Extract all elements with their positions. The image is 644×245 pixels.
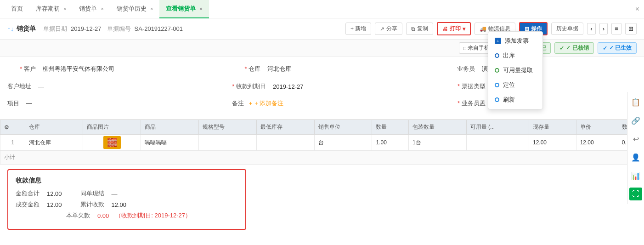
col-min-stock: 最低库存 — [256, 120, 314, 135]
due-date-field: 收款到期日 2019-12-27 — [232, 81, 457, 92]
new-button-label: + 新增 — [350, 25, 366, 33]
row-min-stock — [256, 135, 314, 151]
subtotal-row: 小计 — [0, 151, 644, 165]
add-note-label: + 添加备注 — [254, 99, 283, 108]
share-icon: ↗ — [380, 26, 384, 32]
locate-label: 定位 — [503, 81, 515, 89]
view-grid-button[interactable]: ⊞ — [625, 23, 637, 34]
row-unit: 台 — [314, 135, 372, 151]
total-received-value: 12.00 — [112, 201, 127, 208]
menu-item-add-invoice[interactable]: + 添加发票 — [488, 34, 542, 48]
row-available — [466, 135, 529, 151]
history-button[interactable]: 历史单据 — [551, 23, 583, 35]
nav-prev-button[interactable]: ‹ — [587, 23, 595, 34]
side-panel: 📋 🔗 ↩ 👤 📊 ⛶ — [627, 92, 644, 204]
number-label-text: 单据编号 SA-20191227-001 — [107, 25, 183, 33]
locate-icon — [495, 83, 499, 87]
tab-sales-history-close[interactable]: × — [150, 6, 153, 11]
table-header-row: ⚙ 仓库 商品图片 商品 规格型号 最低库存 销售单位 数量 包装数量 可用量 … — [0, 120, 644, 135]
form-section: 客户 柳州粤港平安气体有限公司 仓库 河北仓库 业务员 演示账号 客户地址 — … — [0, 57, 644, 120]
logistics-icon: 🚚 — [480, 26, 486, 32]
menu-item-locate[interactable]: 定位 — [488, 78, 542, 92]
amount-total-value: 12.00 — [47, 190, 62, 197]
col-pack-qty: 包装数量 — [408, 120, 466, 135]
copy-button[interactable]: ⧉ 复制 — [406, 23, 433, 35]
doc-header: ↑↓ 销货单 单据日期 2019-12-27 单据编号 SA-20191227-… — [0, 18, 644, 40]
print-button-label: 打印 — [450, 25, 461, 33]
project-field: 项目 — — [7, 97, 232, 109]
col-quantity: 数量 — [372, 120, 408, 135]
refresh-icon — [495, 97, 499, 102]
new-button[interactable]: + 新增 — [345, 23, 371, 35]
address-label: 客户地址 — [7, 82, 35, 91]
row-product: 嗝嗝嗝嗝 — [141, 135, 198, 151]
employee-field: 业务员 演示账号 — [457, 63, 637, 75]
ticket-type-field: 票据类型 不开票 — [457, 80, 637, 93]
total-received-label: 累计收款 — [80, 200, 108, 209]
payment-row-2: 成交金额 12.00 累计收款 12.00 — [16, 200, 238, 209]
tab-inventory-close[interactable]: × — [63, 6, 66, 11]
tab-sales-close[interactable]: × — [101, 6, 103, 11]
deal-amount-value: 12.00 — [47, 201, 62, 208]
effective-badge: ✓ ✓ 已生效 — [598, 42, 637, 54]
payment-row-1: 金额合计 12.00 同单现结 — — [16, 189, 238, 198]
customer-value[interactable]: 柳州粤港平安气体有限公司 — [40, 63, 232, 75]
side-icon-back[interactable]: ↩ — [629, 132, 642, 145]
tab-inventory[interactable]: 库存期初 × — [29, 0, 73, 18]
side-icon-user[interactable]: 👤 — [629, 151, 642, 164]
add-note-button[interactable]: ＋ + 添加备注 — [248, 99, 283, 108]
share-button[interactable]: ↗ 分享 — [375, 23, 402, 35]
project-label: 项目 — [7, 99, 23, 108]
add-invoice-label: 添加发票 — [505, 37, 529, 45]
tab-home[interactable]: 首页 — [5, 0, 29, 18]
date-label-text: 单据日期 2019-12-27 — [43, 25, 102, 33]
warehouse-label: 仓库 — [232, 65, 264, 73]
tab-view-sales-label: 查看销货单 — [166, 5, 196, 13]
print-button[interactable]: 🖨 打印 ▾ — [437, 22, 471, 35]
warehouse-value[interactable]: 河北仓库 — [264, 63, 457, 75]
deal-amount-label: 成交金额 — [16, 200, 43, 209]
row-num: 1 — [0, 135, 25, 151]
tab-sales[interactable]: 销货单 × — [73, 0, 110, 18]
table-section: ⚙ 仓库 商品图片 商品 规格型号 最低库存 销售单位 数量 包装数量 可用量 … — [0, 120, 644, 165]
row-image: 🧱 — [83, 135, 141, 151]
col-warehouse: 仓库 — [25, 120, 83, 135]
operation-dropdown: + 添加发票 出库 可用量提取 定位 刷新 — [488, 31, 543, 109]
checked-badge-label: ✓ 已核销 — [566, 44, 588, 52]
tab-view-sales-close[interactable]: × — [199, 6, 202, 11]
payment-row-3: 本单欠款 0.00 （收款到期日: 2019-12-27） — [16, 211, 238, 220]
tab-view-sales[interactable]: 查看销货单 × — [159, 0, 209, 18]
refresh-label: 刷新 — [503, 96, 515, 104]
menu-item-refresh[interactable]: 刷新 — [488, 92, 542, 107]
side-icon-print[interactable]: 📋 — [629, 96, 642, 108]
doc-title-text: 销货单 — [17, 25, 36, 33]
print-icon: 🖨 — [442, 26, 448, 32]
side-icon-expand[interactable]: ⛶ — [629, 188, 642, 200]
same-order-value: — — [112, 190, 118, 197]
deal-amount-item: 成交金额 12.00 — [16, 200, 62, 209]
side-icon-link[interactable]: 🔗 — [629, 114, 642, 127]
outbound-icon — [495, 53, 499, 58]
share-button-label: 分享 — [386, 25, 397, 33]
same-order-label: 同单现结 — [80, 189, 108, 198]
outstanding-note: （收款到期日: 2019-12-27） — [115, 211, 191, 220]
tab-sales-history[interactable]: 销货单历史 × — [110, 0, 159, 18]
table-body: 1 河北仓库 🧱 嗝嗝嗝嗝 台 1.00 1台 12.00 12.00 — [0, 135, 644, 165]
effective-icon: ✓ — [603, 45, 607, 51]
row-warehouse: 河北仓库 — [25, 135, 83, 151]
due-date-value[interactable]: 2019-12-27 — [270, 81, 457, 92]
table-header: ⚙ 仓库 商品图片 商品 规格型号 最低库存 销售单位 数量 包装数量 可用量 … — [0, 120, 644, 135]
due-date-label: 收款到期日 — [232, 82, 270, 91]
mobile-icon: □ — [463, 45, 466, 51]
view-list-button[interactable]: ≡ — [611, 23, 621, 34]
col-stock: 现存量 — [529, 120, 576, 135]
menu-item-outbound[interactable]: 出库 — [488, 48, 542, 63]
window-close-btn[interactable]: × — [635, 5, 639, 13]
table-wrapper[interactable]: ⚙ 仓库 商品图片 商品 规格型号 最低库存 销售单位 数量 包装数量 可用量 … — [0, 120, 644, 165]
nav-next-button[interactable]: › — [599, 23, 608, 34]
amount-total-label: 金额合计 — [16, 189, 43, 198]
table-row: 1 河北仓库 🧱 嗝嗝嗝嗝 台 1.00 1台 12.00 12.00 — [0, 135, 644, 151]
menu-item-available-extract[interactable]: 可用量提取 — [488, 63, 542, 78]
side-icon-chart[interactable]: 📊 — [629, 169, 642, 182]
doc-title-icon: ↑↓ — [7, 25, 14, 33]
